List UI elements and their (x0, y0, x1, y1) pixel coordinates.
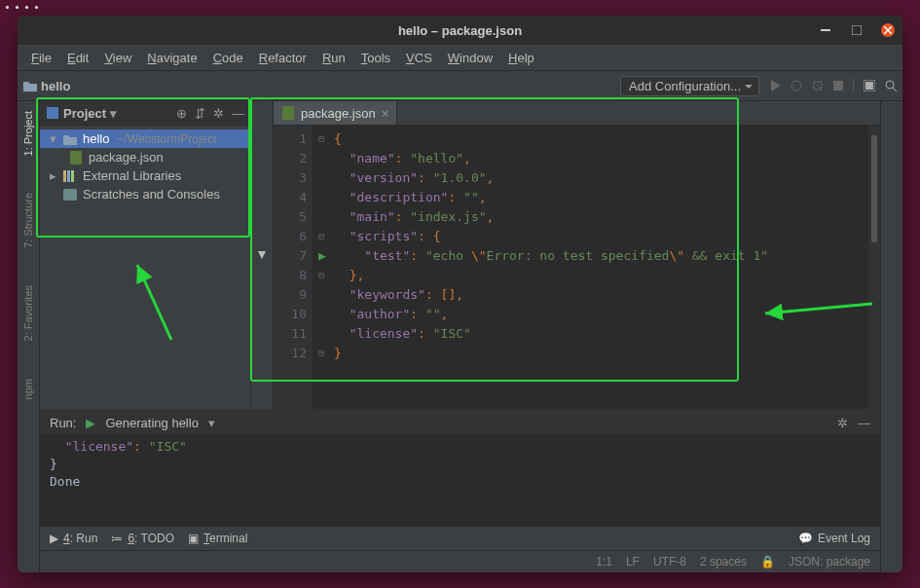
title-bar: hello – package.json (18, 16, 902, 45)
fold-gutter[interactable]: ⊟⊟⊟⊟ (313, 126, 330, 409)
attach-icon[interactable] (812, 80, 824, 92)
window-title: hello – package.json (398, 23, 522, 38)
menu-tools[interactable]: Tools (353, 49, 398, 67)
json-icon (281, 106, 295, 120)
menu-window[interactable]: Window (440, 49, 500, 67)
menu-view[interactable]: View (96, 49, 139, 67)
project-panel-title[interactable]: Project ▾ (46, 106, 117, 121)
left-tool-gutter: 1: Project7: Structure2: Favoritesnpm (18, 101, 40, 572)
line-separator[interactable]: LF (626, 555, 640, 569)
run-play-icon[interactable]: ▶ (86, 416, 95, 430)
code-editor[interactable]: 123456789101112 ⊟⊟⊟⊟ { "name": "hello", … (274, 126, 880, 409)
run-label: Run: (50, 416, 76, 430)
svg-rect-3 (833, 81, 843, 91)
lock-icon[interactable]: 🔒 (760, 555, 775, 569)
navigation-bar: hello Add Configuration... (18, 71, 902, 101)
menu-file[interactable]: File (23, 49, 59, 67)
toolbar-actions (771, 78, 897, 93)
gear-icon[interactable]: ✲ (837, 416, 848, 430)
menu-help[interactable]: Help (500, 49, 542, 67)
expand-all-icon[interactable]: ⇵ (195, 106, 205, 121)
editor-area: package.json × 123456789101112 ⊟⊟⊟⊟ { "n… (250, 101, 880, 409)
breadcrumb-label: hello (41, 79, 70, 93)
right-tool-gutter (880, 101, 902, 572)
locate-icon[interactable]: ⊕ (176, 106, 187, 121)
run-output[interactable]: "license": "ISC" } Done (40, 434, 880, 526)
side-tab-project[interactable]: 1: Project (22, 107, 34, 160)
todo-icon: ≔ (111, 532, 123, 545)
svg-rect-11 (71, 170, 74, 182)
speech-bubble-icon: 💬 (798, 532, 813, 545)
menu-code[interactable]: Code (205, 49, 251, 67)
library-icon (63, 169, 77, 183)
menu-vcs[interactable]: VCS (398, 49, 440, 67)
maximize-button[interactable] (850, 23, 864, 37)
main-body: 1: Project7: Structure2: Favoritesnpm Pr… (18, 101, 902, 572)
menu-run[interactable]: Run (314, 49, 353, 67)
language-widget[interactable]: JSON: package (789, 555, 870, 569)
tree-scratch-scratchesandconsoles[interactable]: Scratches and Consoles (40, 185, 250, 203)
svg-rect-9 (63, 170, 66, 182)
run-configuration-select[interactable]: Add Configuration... (620, 76, 759, 96)
menu-navigate[interactable]: Navigate (139, 49, 204, 67)
search-everywhere-icon[interactable] (885, 80, 897, 92)
hide-run-icon[interactable]: — (858, 416, 870, 430)
project-panel: Project ▾ ⊕ ⇵ ✲ — ▾hello~/WebstormProjec… (40, 101, 250, 409)
run-tool-window: Run: ▶ Generating hello ▾ ✲ — "license":… (40, 409, 880, 526)
tree-lib-externallibraries[interactable]: ▸External Libraries (40, 166, 250, 185)
breadcrumb[interactable]: hello (23, 79, 70, 93)
folder-icon (63, 132, 77, 146)
svg-rect-8 (70, 151, 82, 165)
tree-file-packagejson[interactable]: package.json (40, 148, 250, 166)
layout-icon[interactable] (864, 80, 875, 92)
menu-bar: FileEditViewNavigateCodeRefactorRunTools… (18, 45, 902, 71)
chevron-down-icon: ▾ (110, 106, 117, 121)
window-controls (819, 16, 895, 45)
run-task-name: Generating hello (105, 416, 198, 430)
tool-tab-todo[interactable]: ≔6: TODO (111, 532, 174, 545)
svg-rect-13 (282, 106, 294, 120)
side-tab-favorites[interactable]: 2: Favorites (22, 281, 34, 345)
close-button[interactable] (881, 23, 895, 37)
status-bar: 1:1 LF UTF-8 2 spaces 🔒 JSON: package (40, 550, 880, 572)
tool-tab-run[interactable]: ▶4: Run (50, 532, 97, 545)
side-tab-structure[interactable]: 7: Structure (22, 189, 34, 252)
minimize-button[interactable] (819, 23, 832, 37)
chevron-down-icon[interactable]: ▾ (208, 416, 215, 430)
debug-icon[interactable] (791, 80, 802, 92)
center-wrap: Project ▾ ⊕ ⇵ ✲ — ▾hello~/WebstormProjec… (40, 101, 880, 572)
json-icon (69, 151, 83, 165)
folder-icon (23, 79, 37, 92)
settings-icon[interactable]: ✲ (213, 106, 224, 121)
svg-point-6 (886, 81, 894, 89)
event-log-button[interactable]: 💬 Event Log (798, 532, 870, 545)
editor-tab-label: package.json (301, 106, 376, 121)
tree-project-hello[interactable]: ▾hello~/WebstormProject (40, 129, 250, 148)
menu-edit[interactable]: Edit (59, 49, 96, 67)
side-tab-npm[interactable]: npm (22, 375, 34, 403)
play-icon: ▶ (50, 532, 58, 545)
stop-icon[interactable] (833, 81, 843, 91)
file-encoding[interactable]: UTF-8 (653, 555, 686, 569)
run-icon[interactable] (771, 80, 781, 92)
project-icon (46, 106, 59, 120)
caret-position[interactable]: 1:1 (596, 555, 612, 569)
hide-panel-icon[interactable]: — (232, 106, 244, 121)
editor-gutter-tab[interactable] (251, 101, 274, 409)
editor-tab-package-json[interactable]: package.json × (274, 101, 397, 125)
close-tab-icon[interactable]: × (382, 106, 389, 121)
svg-rect-10 (67, 170, 70, 182)
project-tree[interactable]: ▾hello~/WebstormProjectpackage.json▸Exte… (40, 126, 250, 409)
code-content[interactable]: { "name": "hello", "version": "1.0.0", "… (330, 126, 868, 409)
tool-tab-terminal[interactable]: ▣Terminal (188, 532, 247, 545)
svg-point-2 (791, 81, 801, 91)
terminal-icon: ▣ (188, 532, 199, 545)
bottom-tool-tabs: ▶4: Run≔6: TODO▣Terminal 💬 Event Log (40, 526, 880, 550)
gutter-run-icon[interactable]: ▶ (318, 246, 326, 266)
line-number-gutter: 123456789101112 (274, 126, 313, 409)
svg-rect-12 (63, 189, 77, 201)
menu-refactor[interactable]: Refactor (251, 49, 314, 67)
editor-scrollbar[interactable] (868, 126, 880, 409)
scratch-icon (63, 188, 77, 202)
indent-setting[interactable]: 2 spaces (700, 555, 747, 569)
